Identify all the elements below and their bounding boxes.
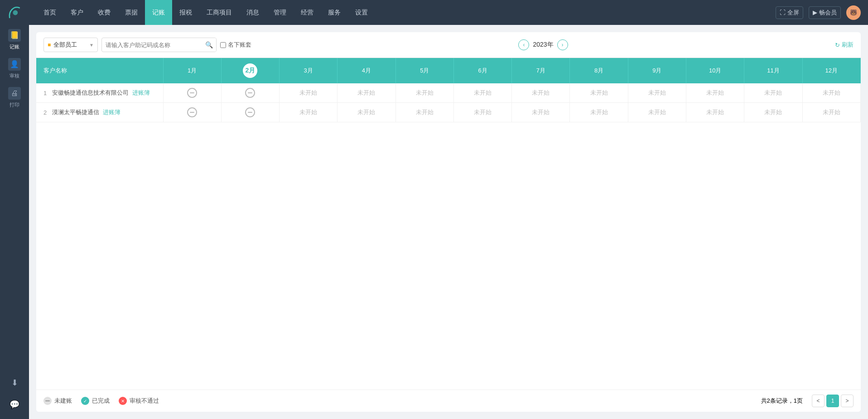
prev-year-button[interactable]: ‹ [518, 39, 529, 50]
prev-page-button[interactable]: < [812, 395, 825, 407]
col-m9: 9月 [628, 58, 686, 83]
nav-tax[interactable]: 报税 [172, 0, 199, 25]
not-started-label: 未开始 [590, 89, 608, 96]
col-m3: 3月 [280, 58, 338, 83]
month-cell-m2[interactable] [221, 103, 279, 122]
employee-select-icon: ■ [48, 42, 51, 48]
nav-service[interactable]: 服务 [321, 0, 348, 25]
not-started-label: 未开始 [357, 89, 375, 96]
search-input[interactable] [102, 42, 202, 48]
search-button[interactable]: 🔍 [202, 38, 216, 52]
support-icon[interactable]: 💬 [5, 395, 24, 414]
month-cell-m9[interactable]: 未开始 [628, 103, 686, 122]
enter-ledger-link[interactable]: 进账簿 [132, 89, 150, 97]
nav-invoice[interactable]: 票据 [118, 0, 145, 25]
month-cell-m5[interactable]: 未开始 [395, 103, 453, 122]
month-cell-m3[interactable]: 未开始 [280, 83, 338, 103]
month-cell-m10[interactable]: 未开始 [686, 103, 744, 122]
nav-settings[interactable]: 设置 [348, 0, 375, 25]
nav-bookkeeping[interactable]: 记账 [145, 0, 172, 25]
employee-select[interactable]: ■ 全部员工 ▼ [43, 38, 98, 52]
col-m1: 1月 [163, 58, 221, 83]
col-m6: 6月 [453, 58, 511, 83]
client-name-cell: 1 安徽畅捷通信息技术有限公司 进账簿 [36, 83, 163, 103]
month-cell-m4[interactable]: 未开始 [338, 83, 395, 103]
not-started-label: 未开始 [357, 109, 375, 116]
month-cell-m11[interactable]: 未开始 [744, 83, 802, 103]
refresh-button[interactable]: ↻ 刷新 [835, 41, 854, 49]
logo[interactable] [0, 0, 29, 25]
col-m8: 8月 [570, 58, 628, 83]
fullscreen-button[interactable]: ⛶ 全屏 [776, 6, 803, 19]
dash-icon [190, 92, 194, 93]
month-cell-m3[interactable]: 未开始 [280, 103, 338, 122]
nav-management[interactable]: 管理 [266, 0, 294, 25]
avatar[interactable]: 🐻 [846, 5, 861, 20]
page-1-button[interactable]: 1 [826, 395, 839, 407]
month-cell-m11[interactable]: 未开始 [744, 103, 802, 122]
month-cell-m12[interactable]: 未开始 [802, 103, 860, 122]
legend-completed-label: 已完成 [92, 397, 110, 405]
toolbar: ■ 全部员工 ▼ 🔍 名下账套 ‹ 2023年 › [36, 32, 861, 58]
month-cell-m6[interactable]: 未开始 [453, 103, 511, 122]
nav-message[interactable]: 消息 [239, 0, 266, 25]
sidebar-item-print[interactable]: 🖨 打印 [0, 83, 29, 112]
not-started-label: 未开始 [648, 109, 666, 116]
bookkeeping-icon: 📒 [8, 29, 21, 42]
legend-rejected-label: 审核不通过 [130, 397, 159, 405]
status-circle-icon [187, 88, 197, 98]
content-area: ■ 全部员工 ▼ 🔍 名下账套 ‹ 2023年 › [29, 25, 868, 419]
month-cell-m7[interactable]: 未开始 [512, 83, 570, 103]
nav-business[interactable]: 工商项目 [199, 0, 239, 25]
dash-icon [248, 92, 252, 93]
not-started-label: 未开始 [764, 109, 782, 116]
month-cell-m1[interactable] [163, 83, 221, 103]
vip-button[interactable]: ▶ 畅会员 [809, 6, 841, 19]
client-name-text: 安徽畅捷通信息技术有限公司 [52, 89, 129, 97]
sidebar-item-bookkeeping[interactable]: 📒 记账 [0, 25, 29, 54]
completed-icon: ✓ [81, 397, 89, 405]
client-name-cell: 2 漠澜太平畅捷通信 进账簿 [36, 103, 163, 122]
month-cell-m5[interactable]: 未开始 [395, 83, 453, 103]
month-cell-m7[interactable]: 未开始 [512, 103, 570, 122]
nav-customer[interactable]: 客户 [63, 0, 91, 25]
mine-checkbox-wrap[interactable]: 名下账套 [220, 41, 251, 49]
not-built-icon [43, 397, 52, 405]
month-cell-m1[interactable] [163, 103, 221, 122]
col-m5: 5月 [395, 58, 453, 83]
month-cell-m9[interactable]: 未开始 [628, 83, 686, 103]
sidebar-item-audit-label: 审核 [10, 72, 19, 79]
col-client-name: 客户名称 [36, 58, 163, 83]
month-cell-m8[interactable]: 未开始 [570, 103, 628, 122]
legend-not-built: 未建账 [43, 397, 72, 405]
not-started-label: 未开始 [532, 109, 550, 116]
total-records-text: 共2条记录，1页 [761, 397, 803, 405]
next-year-button[interactable]: › [557, 39, 568, 50]
month-cell-m2[interactable] [221, 83, 279, 103]
month-cell-m10[interactable]: 未开始 [686, 83, 744, 103]
client-name-content: 2 漠澜太平畅捷通信 进账簿 [43, 108, 159, 116]
rejected-icon: ✕ [119, 397, 127, 405]
mine-checkbox-label: 名下账套 [228, 41, 251, 49]
client-number: 2 [43, 109, 47, 116]
print-icon: 🖨 [8, 87, 21, 100]
client-name-content: 1 安徽畅捷通信息技术有限公司 进账簿 [43, 89, 159, 97]
month-cell-m8[interactable]: 未开始 [570, 83, 628, 103]
sidebar-item-audit[interactable]: 👤 审核 [0, 54, 29, 83]
month-cell-m6[interactable]: 未开始 [453, 83, 511, 103]
pagination: < 1 > [812, 395, 854, 407]
nav-billing[interactable]: 收费 [91, 0, 118, 25]
month-cell-m12[interactable]: 未开始 [802, 83, 860, 103]
month-cell-m4[interactable]: 未开始 [338, 103, 395, 122]
col-m12: 12月 [802, 58, 860, 83]
chevron-down-icon: ▼ [89, 43, 94, 48]
vip-label: 畅会员 [819, 9, 837, 17]
download-icon[interactable]: ⬇ [5, 374, 24, 392]
status-circle-icon [245, 88, 255, 98]
not-started-label: 未开始 [474, 109, 492, 116]
next-page-button[interactable]: > [841, 395, 854, 407]
mine-checkbox[interactable] [220, 42, 226, 48]
nav-operation[interactable]: 经营 [294, 0, 321, 25]
nav-home[interactable]: 首页 [36, 0, 63, 25]
enter-ledger-link[interactable]: 进账簿 [103, 108, 121, 116]
